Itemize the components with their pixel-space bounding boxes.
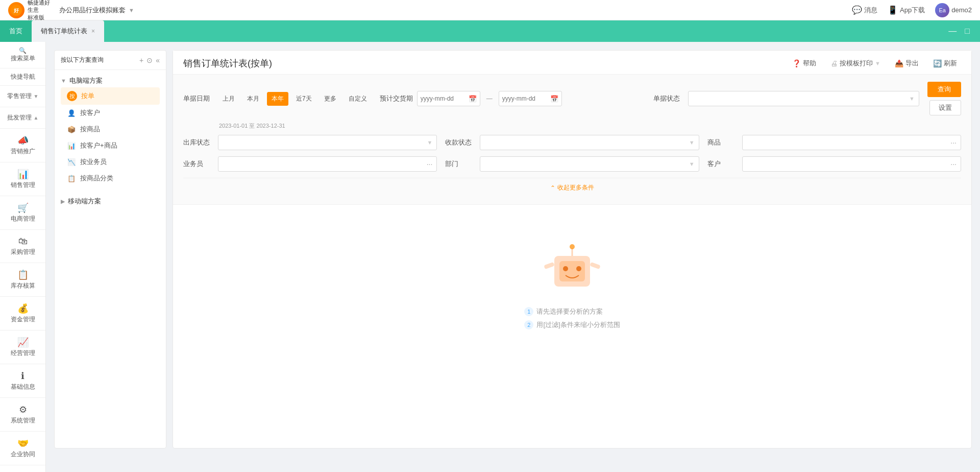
salesperson-dots-icon[interactable]: ···: [427, 160, 433, 168]
expected-delivery-item: 预计交货期 📅 — 📅: [380, 91, 646, 106]
minimize-icon[interactable]: —: [946, 25, 959, 38]
sidebar-search[interactable]: 🔍 搜索菜单: [0, 42, 45, 68]
salesperson-label: 业务员: [183, 159, 214, 169]
date-btn-last7[interactable]: 近7天: [291, 92, 316, 106]
svg-point-4: [563, 266, 568, 271]
goods-select[interactable]: ···: [742, 135, 961, 150]
system-icon: ⚙: [19, 404, 27, 415]
calendar-end-icon[interactable]: 📅: [550, 95, 558, 103]
sidebar-item-collab[interactable]: 🤝 企业协同: [0, 432, 45, 465]
app-download-btn[interactable]: 📱 App下载: [888, 5, 925, 15]
dept-item: 部门 ▼: [445, 156, 699, 172]
ecommerce-icon: 🛒: [17, 202, 29, 214]
basics-icon: ℹ: [21, 370, 24, 382]
scheme-bygoods[interactable]: 📦 按商品: [61, 121, 160, 137]
empty-tip-2: 2 用[过滤]条件来缩小分析范围: [524, 320, 620, 329]
edit-scheme-btn[interactable]: ⊙: [146, 56, 153, 64]
sidebar-item-wholesale[interactable]: 批发管理 ▲: [0, 107, 45, 129]
scheme-bysalesperson[interactable]: 📉 按业务员: [61, 154, 160, 170]
expected-delivery-label: 预计交货期: [380, 94, 413, 103]
purchase-icon: 🛍: [18, 236, 28, 247]
export-btn[interactable]: 📤 导出: [891, 57, 923, 70]
scheme-byorder[interactable]: 按 按单: [61, 87, 160, 105]
sidebar-item-finance[interactable]: 💰 资金管理: [0, 297, 45, 331]
sidebar-item-purchase[interactable]: 🛍 采购管理: [0, 230, 45, 263]
order-status-select[interactable]: ▼: [688, 91, 919, 106]
sidebar-item-system[interactable]: ⚙ 系统管理: [0, 398, 45, 432]
help-btn[interactable]: ❓ 帮助: [788, 57, 820, 70]
date-btn-this-month[interactable]: 本月: [242, 92, 264, 106]
wholesale-arrow-icon: ▲: [34, 115, 39, 121]
date-btn-custom[interactable]: 自定义: [344, 92, 372, 106]
refresh-icon: 🔄: [933, 59, 942, 67]
sidebar-item-marketing[interactable]: 📣 营销推广: [0, 129, 45, 162]
left-panel-header: 按以下方案查询 + ⊙ «: [55, 51, 166, 70]
delivery-status-select[interactable]: ▼: [218, 135, 437, 150]
salesperson-item: 业务员 ···: [183, 156, 437, 172]
nav-tabs-actions: — □: [946, 25, 980, 38]
date-btn-last-month[interactable]: 上月: [218, 92, 239, 106]
scheme-bycategory[interactable]: 📋 按商品分类: [61, 170, 160, 186]
payment-status-select[interactable]: ▼: [480, 135, 699, 150]
help-icon: ❓: [792, 59, 801, 67]
date-btn-more[interactable]: 更多: [320, 92, 341, 106]
delivery-date-start-input[interactable]: [421, 95, 467, 102]
maximize-icon[interactable]: □: [963, 25, 972, 38]
pc-section-toggle[interactable]: ▼ 电脑端方案: [61, 74, 160, 87]
page-header: 销售订单统计表(按单) ❓ 帮助 🖨 按模板打印 ▼ 📤: [173, 51, 971, 75]
add-scheme-btn[interactable]: +: [139, 56, 143, 64]
logo-text: 畅捷通好生意 标准版: [28, 0, 54, 21]
user-profile[interactable]: Ea demo2: [935, 3, 972, 17]
left-panel: 按以下方案查询 + ⊙ « ▼ 电脑端方案 按: [54, 50, 166, 449]
date-btn-this-year[interactable]: 本年: [267, 92, 288, 106]
filter-row-3: 业务员 ··· 部门 ▼: [183, 156, 961, 172]
delivery-date-end-input[interactable]: [502, 95, 548, 102]
sidebar-item-newbie[interactable]: 🎓 新手引导: [0, 465, 45, 472]
goods-dots-icon[interactable]: ···: [950, 138, 957, 147]
svg-rect-9: [590, 262, 601, 269]
sidebar-item-inventory[interactable]: 📋 库存核算: [0, 263, 45, 297]
collapse-filter-btn[interactable]: ⌃ 收起更多条件: [183, 178, 961, 197]
sidebar-item-basics[interactable]: ℹ 基础信息: [0, 364, 45, 398]
close-tab-icon[interactable]: ×: [91, 28, 95, 35]
collapse-panel-btn[interactable]: «: [156, 56, 160, 64]
filter-row-1: 单据日期 上月 本月 本年 近7天 更多 自定义: [183, 82, 961, 115]
mobile-section-arrow-icon: ▶: [61, 198, 65, 205]
tab-sales-stats[interactable]: 销售订单统计表 ×: [32, 20, 104, 42]
refresh-btn[interactable]: 🔄 刷新: [929, 57, 961, 70]
empty-state: 1 请先选择要分析的方案 2 用[过滤]条件来缩小分析范围: [173, 205, 971, 364]
date-buttons-group: 上月 本月 本年 近7天 更多 自定义: [218, 92, 372, 106]
app-icon: 📱: [888, 5, 898, 15]
search-button[interactable]: 查询: [927, 82, 961, 97]
customer-dots-icon[interactable]: ···: [950, 160, 957, 168]
salesperson-select[interactable]: ···: [218, 156, 437, 172]
tab-home[interactable]: 首页: [0, 20, 32, 42]
message-btn[interactable]: 💬 消息: [852, 5, 877, 15]
dept-select[interactable]: ▼: [480, 156, 699, 172]
print-btn[interactable]: 🖨 按模板打印 ▼: [826, 57, 885, 70]
nav-tabs: 首页 销售订单统计表 × — □: [0, 20, 980, 42]
operations-icon: 📈: [17, 337, 29, 348]
customer-label: 客户: [707, 159, 738, 169]
scheme-bycustomer[interactable]: 👤 按客户: [61, 105, 160, 121]
order-status-label: 单据状态: [653, 94, 684, 103]
date-range-display: 2023-01-01 至 2023-12-31: [219, 122, 961, 130]
left-panel-actions: + ⊙ «: [139, 56, 160, 64]
sidebar-item-sales[interactable]: 📊 销售管理: [0, 162, 45, 196]
sidebar-item-retail[interactable]: 零售管理 ▼: [0, 86, 45, 107]
sidebar-item-operations[interactable]: 📈 经营管理: [0, 331, 45, 364]
sidebar-quick-nav[interactable]: 快捷导航: [0, 68, 45, 86]
calendar-start-icon[interactable]: 📅: [469, 95, 477, 103]
inventory-icon: 📋: [17, 269, 29, 280]
sidebar-item-ecommerce[interactable]: 🛒 电商管理: [0, 196, 45, 230]
company-selector[interactable]: 办公用品行业模拟账套 ▼: [54, 6, 852, 15]
svg-text:好: 好: [13, 8, 19, 13]
reset-button[interactable]: 设置: [929, 100, 961, 115]
sidebar: 🔍 搜索菜单 快捷导航 零售管理 ▼ 批发管理 ▲ 📣 营销推广 📊 销售管理: [0, 42, 46, 472]
mobile-section-toggle[interactable]: ▶ 移动端方案: [61, 195, 160, 208]
layout: 🔍 搜索菜单 快捷导航 零售管理 ▼ 批发管理 ▲ 📣 营销推广 📊 销售管理: [0, 42, 980, 472]
retail-arrow-icon: ▼: [34, 93, 39, 99]
scheme-bycustgoods[interactable]: 📊 按客户+商品: [61, 137, 160, 154]
customer-select[interactable]: ···: [742, 156, 961, 172]
byorder-icon: 按: [67, 91, 77, 101]
